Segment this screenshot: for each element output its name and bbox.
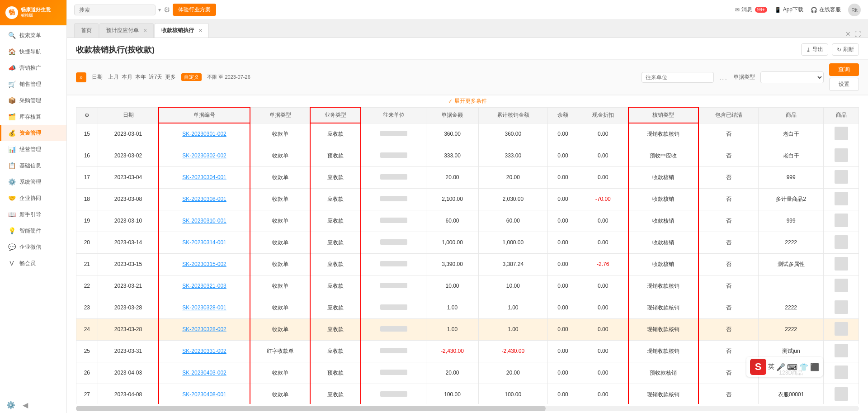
scrollbar-thumb[interactable] <box>76 406 546 411</box>
sidebar-label-corp-wechat: 企业微信 <box>19 243 41 251</box>
row-amount: 3,390.00 <box>426 253 478 275</box>
sidebar-item-inventory[interactable]: 🗂️库存核算 <box>0 109 66 125</box>
th-balance[interactable]: 余额 <box>548 107 578 123</box>
sidebar-item-corp-wechat[interactable]: 💬企业微信 <box>0 239 66 255</box>
bill-type-select[interactable] <box>760 71 824 83</box>
collapse-icon[interactable]: ◀ <box>23 401 28 409</box>
row-bill-type: 收款单 <box>250 210 311 232</box>
th-settings[interactable]: ⚙ <box>76 107 98 123</box>
row-bill-no[interactable]: SK-20230321-003 <box>159 275 250 297</box>
row-balance: 0.00 <box>548 297 578 318</box>
tab-prepay[interactable]: 预计应应付单✕ <box>99 23 154 38</box>
industry-btn[interactable]: 体验行业方案 <box>173 4 216 16</box>
query-button[interactable]: 查询 <box>829 63 859 76</box>
row-bill-no[interactable]: SK-20230315-002 <box>159 253 250 275</box>
th-bill-type[interactable]: 单据类型 <box>250 107 311 123</box>
th-date[interactable]: 日期 <box>98 107 159 123</box>
online-service-item[interactable]: 🎧 在线客服 <box>811 6 841 14</box>
row-product2 <box>824 123 859 145</box>
filter-dots[interactable]: ... <box>719 73 728 81</box>
sidebar-item-fund[interactable]: 💰资金管理 <box>0 125 66 141</box>
tab-receipt[interactable]: 收款核销执行✕ <box>155 23 209 38</box>
row-verify-type: 预收款核销 <box>628 362 698 384</box>
sidebar-label-purchase: 采购管理 <box>19 97 41 104</box>
row-product: 老白干 <box>759 123 824 145</box>
table-header: ⚙ 日期 单据编号 单据类型 业务类型 往来单位 单据金额 累计核销金额 余额 … <box>76 107 859 123</box>
sidebar-label-guide: 新手引导 <box>19 211 41 218</box>
row-bill-no[interactable]: SK-20230302-002 <box>159 145 250 166</box>
row-bill-no[interactable]: SK-20230408-001 <box>159 384 250 404</box>
row-bill-no[interactable]: SK-20230331-002 <box>159 340 250 362</box>
sidebar-item-enterprise[interactable]: 🤝企业协同 <box>0 190 66 206</box>
tab-close-all-icon[interactable]: ✕ <box>845 30 851 38</box>
counterparty-input[interactable] <box>642 72 714 83</box>
app-download-item[interactable]: 📱 App下载 <box>774 6 803 14</box>
th-verify-type[interactable]: 核销类型 <box>628 107 698 123</box>
row-biz-type: 应收款 <box>310 318 361 340</box>
service-icon: 🎧 <box>811 7 817 13</box>
settings-icon[interactable]: ⚙️ <box>6 401 15 409</box>
row-accum-amount: 20.00 <box>478 166 548 188</box>
row-product: 123D商品 <box>759 362 824 384</box>
row-product2 <box>824 384 859 404</box>
expand-more[interactable]: ✓ 展开更多条件 <box>67 95 868 107</box>
table-row: 20 2023-03-14 SK-20230314-001 收款单 应收款 1,… <box>76 232 859 253</box>
row-bill-no[interactable]: SK-20230328-002 <box>159 318 250 340</box>
messages-item[interactable]: ✉ 消息 99+ <box>735 6 767 14</box>
sidebar-item-smart-hw[interactable]: 💡智能硬件 <box>0 223 66 239</box>
row-cash-discount: 0.00 <box>578 232 628 253</box>
th-include-settled[interactable]: 包含已结清 <box>698 107 759 123</box>
sidebar-item-guide[interactable]: 📖新手引导 <box>0 206 66 223</box>
tab-close-prepay[interactable]: ✕ <box>143 28 147 33</box>
tab-home[interactable]: 首页 <box>74 23 99 38</box>
th-product[interactable]: 商品 <box>759 107 824 123</box>
th-cash-discount[interactable]: 现金折扣 <box>578 107 628 123</box>
avatar[interactable]: Rit <box>848 4 861 16</box>
row-biz-type: 应收款 <box>310 166 361 188</box>
row-bill-no[interactable]: SK-20230403-002 <box>159 362 250 384</box>
horizontal-scrollbar[interactable] <box>76 406 859 411</box>
sidebar-item-purchase[interactable]: 📦采购管理 <box>0 92 66 109</box>
th-accum-amount[interactable]: 累计核销金额 <box>478 107 548 123</box>
search-input[interactable] <box>74 5 156 15</box>
row-product2 <box>824 297 859 318</box>
dropdown-arrow-icon[interactable]: ▾ <box>158 7 161 13</box>
sidebar-item-search-menu[interactable]: 🔍搜索菜单 <box>0 27 66 43</box>
sidebar-item-sales[interactable]: 🛒销售管理 <box>0 76 66 92</box>
sidebar-item-basic-info[interactable]: 📋基础信息 <box>0 157 66 174</box>
tab-close-receipt[interactable]: ✕ <box>198 28 202 33</box>
th-biz-type[interactable]: 业务类型 <box>310 107 361 123</box>
sidebar-item-quick-nav[interactable]: 🏠快捷导航 <box>0 43 66 60</box>
row-date: 2023-03-02 <box>98 145 159 166</box>
row-bill-no[interactable]: SK-20230310-001 <box>159 210 250 232</box>
topbar-gear-icon[interactable]: ⚙ <box>164 5 170 14</box>
filter-expand-button[interactable]: » <box>76 72 86 82</box>
th-amount[interactable]: 单据金额 <box>426 107 478 123</box>
row-bill-no[interactable]: SK-20230304-001 <box>159 166 250 188</box>
th-counterparty[interactable]: 往来单位 <box>361 107 426 123</box>
th-product2[interactable]: 商品 <box>824 107 859 123</box>
row-bill-no[interactable]: SK-20230328-001 <box>159 297 250 318</box>
date-custom-badge[interactable]: 自定义 <box>181 73 202 81</box>
date-option-近7天[interactable]: 近7天 <box>149 73 163 81</box>
date-option-本月[interactable]: 本月 <box>122 73 132 81</box>
row-cash-discount: 0.00 <box>578 123 628 145</box>
export-button[interactable]: ⤓ 导出 <box>801 43 828 56</box>
th-bill-no[interactable]: 单据编号 <box>159 107 250 123</box>
settings-button[interactable]: 设置 <box>829 78 859 91</box>
date-option-本年[interactable]: 本年 <box>135 73 146 81</box>
tab-expand-icon[interactable]: ⛶ <box>854 30 861 38</box>
sidebar-item-operation[interactable]: 📊经营管理 <box>0 141 66 157</box>
row-bill-no[interactable]: SK-20230308-001 <box>159 188 250 210</box>
row-date: 2023-03-28 <box>98 297 159 318</box>
date-option-更多[interactable]: 更多 <box>165 73 176 81</box>
sidebar-item-member[interactable]: V畅会员 <box>0 255 66 271</box>
row-bill-no[interactable]: SK-20230301-002 <box>159 123 250 145</box>
date-option-上月[interactable]: 上月 <box>108 73 119 81</box>
sidebar-label-system: 系统管理 <box>19 178 41 186</box>
sidebar-item-system[interactable]: ⚙️系统管理 <box>0 174 66 190</box>
sidebar-item-marketing[interactable]: 📣营销推广 <box>0 60 66 76</box>
row-balance: 0.00 <box>548 275 578 297</box>
row-bill-no[interactable]: SK-20230314-001 <box>159 232 250 253</box>
refresh-button[interactable]: ↻ 刷新 <box>832 43 859 56</box>
